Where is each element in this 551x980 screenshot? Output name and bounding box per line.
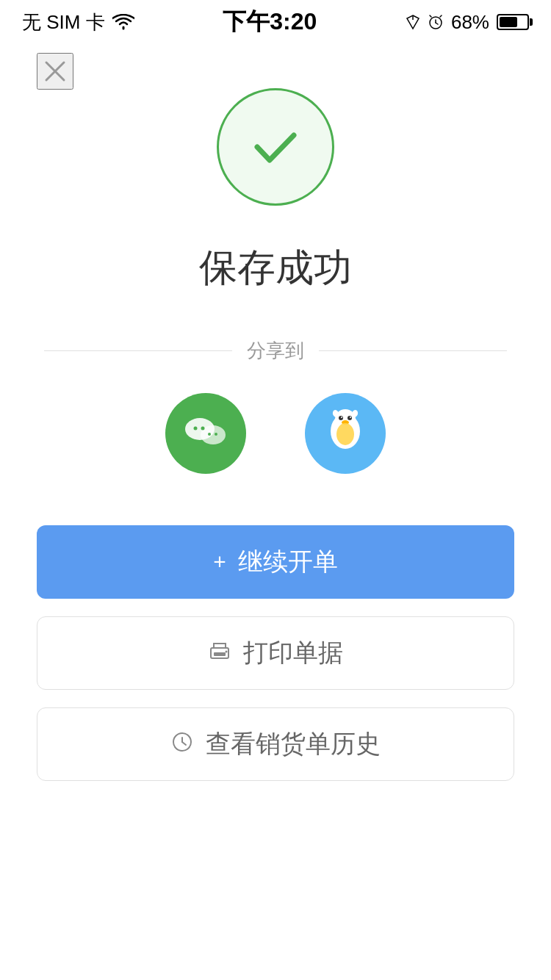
share-label: 分享到 <box>232 338 319 364</box>
status-time: 下午3:20 <box>223 6 317 38</box>
wechat-share-button[interactable] <box>165 393 246 474</box>
svg-line-3 <box>436 23 438 24</box>
svg-point-17 <box>347 416 352 420</box>
print-receipt-label: 打印单据 <box>243 636 343 670</box>
success-indicator <box>217 88 334 206</box>
location-icon <box>406 14 420 30</box>
history-icon <box>170 730 194 759</box>
carrier-text: 无 SIM 卡 <box>22 10 105 35</box>
svg-point-10 <box>194 427 198 430</box>
close-icon <box>43 60 67 83</box>
share-icons-row <box>165 393 386 474</box>
status-bar: 无 SIM 卡 下午3:20 68% <box>0 0 551 44</box>
divider-right <box>319 350 507 351</box>
alarm-icon <box>428 14 444 30</box>
success-title: 保存成功 <box>199 242 352 294</box>
continue-order-label: 继续开单 <box>238 545 338 579</box>
wechat-icon <box>182 413 229 454</box>
checkmark-icon <box>246 118 305 176</box>
close-button[interactable] <box>37 53 73 90</box>
printer-icon <box>208 639 231 668</box>
battery-indicator <box>497 14 529 30</box>
svg-point-21 <box>336 423 354 445</box>
wifi-icon <box>112 14 134 30</box>
action-buttons: + 继续开单 打印单据 查看销货单历史 <box>0 525 551 781</box>
svg-point-19 <box>350 417 351 418</box>
divider-left <box>44 350 232 351</box>
share-section: 分享到 <box>0 338 551 474</box>
view-history-label: 查看销货单历史 <box>206 727 381 761</box>
svg-point-18 <box>341 417 342 418</box>
svg-point-26 <box>226 650 228 652</box>
svg-rect-25 <box>214 652 226 656</box>
svg-line-4 <box>430 15 431 17</box>
continue-order-button[interactable]: + 继续开单 <box>37 525 514 599</box>
view-history-button[interactable]: 查看销货单历史 <box>37 707 514 781</box>
status-left: 无 SIM 卡 <box>22 10 134 35</box>
main-content: 保存成功 分享到 <box>0 44 551 781</box>
divider-row: 分享到 <box>0 338 551 364</box>
svg-line-5 <box>440 15 442 17</box>
svg-line-29 <box>182 742 186 745</box>
qq-icon <box>323 408 367 459</box>
svg-point-13 <box>215 433 217 436</box>
svg-point-12 <box>208 433 211 436</box>
svg-point-11 <box>201 427 205 430</box>
status-right: 68% <box>406 11 529 34</box>
svg-point-16 <box>339 416 343 420</box>
print-receipt-button[interactable]: 打印单据 <box>37 616 514 690</box>
qq-share-button[interactable] <box>305 393 386 474</box>
plus-icon: + <box>213 550 226 574</box>
battery-percent: 68% <box>451 11 489 34</box>
